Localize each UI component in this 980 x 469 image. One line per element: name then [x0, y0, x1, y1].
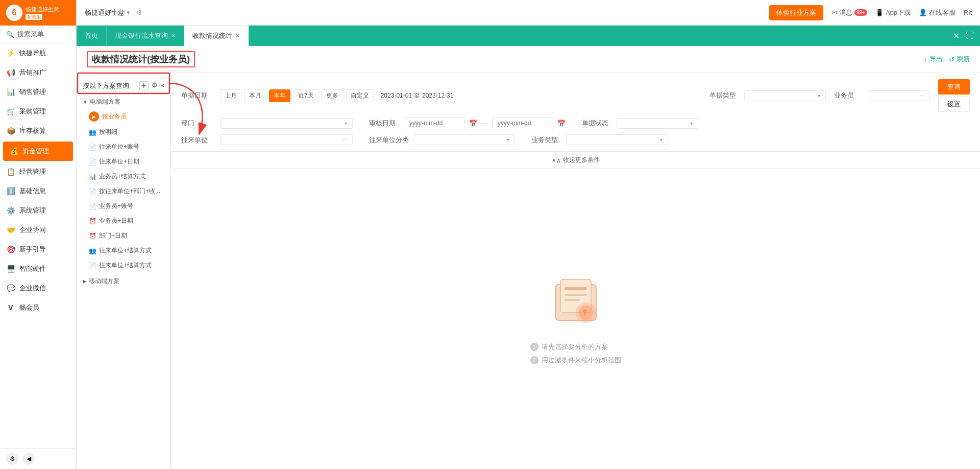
panel-item-unit-dept-collect[interactable]: 📄 按往来单位+部门+收... [77, 184, 170, 199]
date-btn-last-month[interactable]: 上月 [220, 89, 241, 102]
panel-settings-icon[interactable]: ⚙ [152, 81, 158, 90]
salesperson-select[interactable]: ··· [869, 90, 930, 101]
empty-illustration: ? [545, 269, 606, 332]
export-btn[interactable]: ↑ 导出 [924, 55, 943, 64]
panel-item-unit-account[interactable]: 📄 往来单位+账号 [77, 139, 170, 154]
tab-close-bank[interactable]: ✕ [171, 33, 176, 39]
sidebar-item-inventory[interactable]: 📦 库存核算 [0, 121, 76, 140]
export-icon: ↑ [924, 56, 928, 63]
panel-item-dept-date[interactable]: ⏰ 部门+日期 [77, 228, 170, 243]
doc-type-arrow-icon: ▾ [818, 93, 820, 99]
trial-button[interactable]: 体验行业方案 [769, 5, 823, 20]
panel-item-detail[interactable]: 👥 按明细 [77, 125, 170, 139]
panel-section-mobile: ▶ 移动端方案 [77, 275, 170, 288]
counterparty-dots-icon[interactable]: ··· [343, 137, 347, 143]
tab-expand-icon[interactable]: ⛶ [966, 31, 974, 40]
refresh-btn[interactable]: ↺ 刷新 [949, 55, 970, 64]
tabbar-controls: ✕ ⛶ [953, 31, 980, 41]
sidebar-item-member[interactable]: V 畅会员 [0, 298, 76, 317]
calendar-icon-from[interactable]: 📅 [469, 120, 477, 127]
business-type-arrow-icon: ▾ [660, 137, 663, 143]
doc-type-select[interactable]: ▾ [744, 90, 826, 101]
message-badge: 99+ [854, 9, 867, 16]
panel-item-unit-date[interactable]: 📄 往来单位+日期 [77, 154, 170, 169]
guide-icon: 🎯 [6, 245, 15, 254]
salesperson-arrow-icon: ··· [920, 93, 924, 99]
sidebar-bottom: ⚙ ◀ [0, 448, 76, 469]
topbar-gear-icon[interactable]: ⚙ [136, 9, 142, 16]
tab-bank-flow[interactable]: 现金银行流水查询 ✕ [107, 26, 184, 46]
tab-close-collection[interactable]: ✕ [235, 33, 240, 39]
sidebar-item-system[interactable]: ⚙️ 系统管理 [0, 201, 76, 220]
sidebar-item-purchase[interactable]: 🛒 采购管理 [0, 102, 76, 121]
section-header-mobile[interactable]: ▶ 移动端方案 [77, 275, 170, 288]
panel-item-salesperson-settlement[interactable]: 📊 业务员+结算方式 [77, 169, 170, 184]
date-btn-more[interactable]: 更多 [322, 89, 343, 102]
sidebar-settings-icon[interactable]: ⚙ [6, 453, 18, 465]
business-type-select[interactable]: ▾ [566, 134, 668, 145]
date-btn-this-year[interactable]: 本年 [269, 89, 290, 102]
panel-item-unit-settlement1[interactable]: 👥 往来单位+结算方式 [77, 243, 170, 258]
panel-collapse-icon[interactable]: « [161, 81, 164, 90]
settings-button[interactable]: 设置 [938, 97, 970, 112]
tab-close-all-icon[interactable]: ✕ [953, 31, 960, 41]
review-date-to-input[interactable] [492, 117, 553, 129]
basic-info-icon: ℹ️ [6, 186, 15, 196]
doc-status-label: 单据状态 [582, 119, 612, 128]
sidebar-item-hardware[interactable]: 🖥️ 智能硬件 [0, 259, 76, 278]
doc-status-select[interactable]: ▾ [617, 118, 698, 129]
filter-area: 单据日期 上月 本月 本年 近7天 更多 自定义 2023-01-01 至 [171, 73, 980, 152]
panel-add-icon[interactable]: + [139, 81, 149, 90]
sidebar-item-finance[interactable]: 💰 资金管理 [3, 142, 73, 161]
panel-section-desktop: ▼ 电脑端方案 ▶ 按业务员 👥 按明细 📄 [77, 96, 170, 273]
dept-select[interactable]: ▾ [220, 118, 353, 129]
topbar-breadcrumb: 畅捷通好生意 ▾ [85, 8, 130, 17]
content-body: 按以下方案查询 + ⚙ « ▼ 电脑端方案 ▶ [77, 73, 980, 469]
salesperson-date-icon: ⏰ [89, 218, 96, 225]
calendar-icon-to[interactable]: 📅 [557, 120, 566, 127]
sidebar-item-basic-info[interactable]: ℹ️ 基础信息 [0, 181, 76, 201]
filter-row-1: 单据日期 上月 本月 本年 近7天 更多 自定义 2023-01-01 至 [181, 79, 970, 112]
date-btn-custom[interactable]: 自定义 [346, 89, 374, 102]
online-service-btn[interactable]: 👤 在线客服 [919, 8, 955, 17]
tabbar: 首页 现金银行流水查询 ✕ 收款情况统计 ✕ ✕ ⛶ [77, 26, 980, 46]
panel-item-salesperson-date[interactable]: ⏰ 业务员+日期 [77, 214, 170, 228]
counterparty-select[interactable]: ··· [220, 134, 353, 145]
sidebar-item-collab[interactable]: 🤝 企业协同 [0, 220, 76, 240]
page-header: 收款情况统计(按业务员) ↑ 导出 ↺ 刷新 [77, 46, 980, 73]
section-header-desktop[interactable]: ▼ 电脑端方案 [77, 96, 170, 108]
page-title: 收款情况统计(按业务员) [87, 51, 195, 67]
sidebar-item-marketing[interactable]: 📢 营销推广 [0, 63, 76, 82]
date-btn-7days[interactable]: 近7天 [293, 89, 318, 102]
messages-btn[interactable]: ✉ 消息 99+ [831, 8, 867, 17]
detail-icon: 👥 [89, 129, 96, 136]
left-panel: 按以下方案查询 + ⚙ « ▼ 电脑端方案 ▶ [77, 73, 171, 469]
sidebar-collapse-icon[interactable]: ◀ [22, 453, 35, 465]
query-button[interactable]: 查询 [938, 79, 970, 95]
user-name[interactable]: Rit [964, 9, 972, 16]
dept-date-icon: ⏰ [89, 232, 96, 240]
dept-arrow-icon: ▾ [345, 121, 347, 126]
sales-icon: 📊 [6, 87, 15, 97]
sidebar-item-operations[interactable]: 📋 经营管理 [0, 162, 76, 181]
sidebar-item-quick-nav[interactable]: ⚡ 快捷导航 [0, 43, 76, 63]
review-date-from-input[interactable] [404, 117, 465, 129]
filter-row-3: 往来单位 ··· 往来单位分类 ▾ [181, 134, 970, 145]
counterparty-category-select[interactable]: ▾ [413, 134, 515, 145]
sidebar-item-guide[interactable]: 🎯 新手引导 [0, 240, 76, 259]
chevron-down-icon[interactable]: ▾ [127, 9, 130, 16]
app-download-btn[interactable]: 📱 App下载 [875, 8, 911, 17]
collapse-bar[interactable]: ∧∧ 收起更多条件 [171, 152, 980, 169]
counterparty-label: 往来单位 [181, 135, 212, 145]
panel-item-by-salesperson[interactable]: ▶ 按业务员 [77, 108, 170, 125]
tab-collection-stats[interactable]: 收款情况统计 ✕ [184, 26, 249, 46]
tab-home[interactable]: 首页 [77, 26, 107, 46]
sidebar-item-wechat[interactable]: 💬 企业微信 [0, 278, 76, 298]
panel-item-unit-settlement2[interactable]: 📄 往来单位+结算方式 [77, 258, 170, 273]
sidebar-nav: ⚡ 快捷导航 📢 营销推广 📊 销售管理 🛒 采购管理 📦 库存核算 💰 资金管… [0, 43, 76, 448]
date-btn-this-month[interactable]: 本月 [244, 89, 266, 102]
sidebar-search[interactable]: 🔍 搜索菜单 [0, 26, 76, 43]
sidebar-item-sales[interactable]: 📊 销售管理 [0, 82, 76, 102]
panel-item-salesperson-account[interactable]: 📄 业务员+账号 [77, 199, 170, 214]
member-icon: V [6, 303, 15, 312]
